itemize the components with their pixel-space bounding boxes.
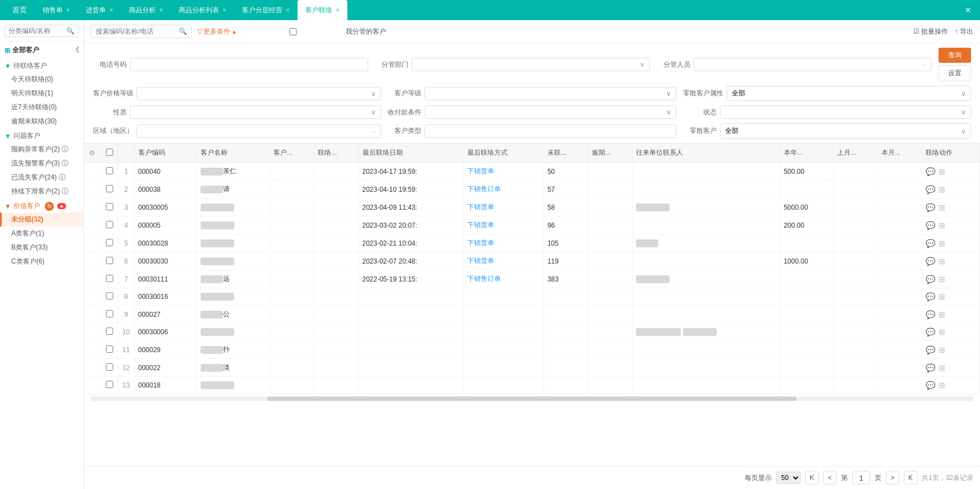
grid-action-icon[interactable]: ⊞ — [939, 363, 945, 372]
sidebar-item-lost[interactable]: 已流失客户(24) ⓘ — [0, 170, 83, 184]
chat-action-icon[interactable]: 💬 — [926, 185, 935, 194]
nav-tab-salesorder[interactable]: 销售单 × — [35, 0, 78, 20]
grid-action-icon[interactable]: ⊞ — [939, 381, 945, 390]
sidebar-item-c-class[interactable]: C类客户(6) — [0, 255, 83, 269]
row-checkbox[interactable] — [106, 185, 113, 192]
sidebar-item-lostwarning[interactable]: 流失预警客户(3) ⓘ — [0, 156, 83, 170]
sidebar-group-value[interactable]: ▼ 价值客户 ↻ ● — [0, 199, 83, 213]
grid-action-icon[interactable]: ⊞ — [939, 275, 945, 284]
last-page-btn[interactable]: K — [904, 471, 917, 485]
row-checkbox[interactable] — [106, 363, 113, 371]
contact-way-link[interactable]: 下销货单 — [467, 221, 494, 229]
grid-action-icon[interactable]: ⊞ — [939, 310, 945, 319]
grid-action-icon[interactable]: ⊞ — [939, 239, 945, 248]
sidebar-item-a-class[interactable]: A类客户(1) — [0, 227, 83, 241]
chat-action-icon[interactable]: 💬 — [926, 363, 935, 372]
filter-customer-level-select[interactable]: ∨ — [425, 87, 676, 100]
row-checkbox[interactable] — [106, 292, 113, 299]
sidebar-group-problem[interactable]: ▼ 问题客户 — [0, 128, 83, 142]
export-btn[interactable]: ↑ 导出 — [955, 27, 973, 36]
chat-action-icon[interactable]: 💬 — [926, 167, 935, 176]
filter-ctype-input[interactable] — [425, 124, 676, 138]
first-page-btn[interactable]: K — [805, 471, 819, 485]
filter-region-input[interactable]: ··· — [137, 124, 381, 138]
sidebar-item-declining[interactable]: 持续下滑客户(2) ⓘ — [0, 184, 83, 199]
my-customers-checkbox[interactable]: 我分管的客户 — [243, 27, 386, 36]
grid-action-icon[interactable]: ⊞ — [939, 345, 945, 354]
row-checkbox[interactable] — [106, 327, 113, 335]
chat-action-icon[interactable]: 💬 — [926, 221, 935, 230]
chat-action-icon[interactable]: 💬 — [926, 345, 935, 354]
next-page-btn[interactable]: > — [886, 471, 899, 485]
contact-way-link[interactable]: 下销货单 — [467, 203, 494, 211]
batch-ops-btn[interactable]: ☑ 批量操作 — [913, 27, 948, 36]
more-conditions-btn[interactable]: ▽ 更多条件 ▲ — [197, 27, 237, 36]
contact-way-link[interactable]: 下销货单 — [467, 239, 494, 247]
select-all-checkbox[interactable] — [106, 149, 113, 156]
chat-action-icon[interactable]: 💬 — [926, 310, 935, 319]
filter-dept-select[interactable]: ∨ — [412, 58, 650, 71]
reset-button[interactable]: 设置 — [939, 65, 971, 81]
nav-tab-analysis-list[interactable]: 商品分析列表 × — [171, 0, 234, 20]
settings-icon[interactable]: ⚙ — [89, 149, 95, 157]
sidebar-item-b-class[interactable]: B类客户(33) — [0, 241, 83, 255]
chat-action-icon[interactable]: 💬 — [926, 275, 935, 284]
query-button[interactable]: 查询 — [939, 48, 971, 63]
close-icon[interactable]: × — [159, 6, 163, 14]
row-checkbox[interactable] — [106, 239, 113, 246]
filter-scatter-attr-select[interactable]: 全部 ∨ — [727, 86, 971, 101]
close-icon[interactable]: × — [109, 6, 113, 14]
row-checkbox[interactable] — [106, 257, 113, 264]
sidebar-item-overdue[interactable]: 逾期未联络(30) — [0, 114, 83, 128]
sidebar-item-7days[interactable]: 近7天待联络(0) — [0, 100, 83, 114]
grid-action-icon[interactable]: ⊞ — [939, 257, 945, 266]
chat-action-icon[interactable]: 💬 — [926, 292, 935, 301]
grid-action-icon[interactable]: ⊞ — [939, 221, 945, 230]
grid-action-icon[interactable]: ⊞ — [939, 203, 945, 212]
grid-action-icon[interactable]: ⊞ — [939, 292, 945, 301]
filter-nature-select[interactable]: ∨ — [130, 105, 381, 119]
filter-manager-input[interactable]: ··· — [694, 58, 932, 71]
sidebar-item-tomorrow[interactable]: 明天待联络(1) — [0, 86, 83, 100]
prev-page-btn[interactable]: < — [823, 471, 837, 485]
chat-action-icon[interactable]: 💬 — [926, 203, 935, 212]
contact-way-link[interactable]: 下销售订单 — [467, 185, 501, 193]
row-checkbox[interactable] — [106, 221, 113, 228]
row-checkbox[interactable] — [106, 345, 113, 353]
contact-way-link[interactable]: 下销售订单 — [467, 275, 501, 283]
sidebar-item-today[interactable]: 今天待联络(0) — [0, 72, 83, 86]
filter-status-select[interactable]: ∨ — [720, 105, 971, 119]
chat-action-icon[interactable]: 💬 — [926, 381, 935, 390]
row-checkbox[interactable] — [106, 167, 113, 174]
horizontal-scrollbar[interactable] — [91, 396, 973, 401]
contact-way-link[interactable]: 下销货单 — [467, 167, 494, 175]
close-icon[interactable]: × — [66, 6, 70, 14]
grid-action-icon[interactable]: ⊞ — [939, 185, 945, 194]
close-icon[interactable]: × — [222, 6, 226, 14]
filter-scatter-select[interactable]: 全部 ∨ — [720, 123, 971, 139]
per-page-select[interactable]: 50 — [776, 472, 801, 484]
row-checkbox[interactable] — [106, 381, 113, 388]
nav-tab-purchase[interactable]: 进货单 × — [78, 0, 121, 20]
chat-action-icon[interactable]: 💬 — [926, 257, 935, 266]
nav-home[interactable]: 首页 — [4, 0, 35, 20]
filter-price-level-select[interactable]: ∨ — [137, 87, 381, 100]
filter-phone-input[interactable] — [130, 58, 368, 71]
row-checkbox[interactable] — [106, 310, 113, 317]
sidebar-item-hoard[interactable]: 囤购异常客户(2) ⓘ — [0, 142, 83, 156]
window-close-button[interactable]: × — [960, 4, 976, 16]
row-checkbox[interactable] — [106, 275, 113, 282]
chat-action-icon[interactable]: 💬 — [926, 327, 935, 336]
sidebar-group-pending[interactable]: ▼ 待联络客户 — [0, 58, 83, 72]
th-settings[interactable]: ⚙ — [84, 144, 101, 163]
contact-way-link[interactable]: 下销货单 — [467, 257, 494, 265]
nav-tab-analysis[interactable]: 商品分析 × — [121, 0, 171, 20]
nav-tab-customer-contact[interactable]: 客户联络 × — [298, 0, 347, 20]
close-icon[interactable]: × — [286, 6, 290, 14]
sidebar-all-customers[interactable]: ⊞ 全部客户 《 — [0, 42, 83, 58]
sidebar-item-ungroup[interactable]: 未分组(32) — [0, 213, 83, 227]
my-customers-check[interactable] — [243, 28, 343, 35]
grid-action-icon[interactable]: ⊞ — [939, 167, 945, 176]
filter-payment-select[interactable]: ∨ — [425, 105, 676, 119]
nav-tab-customer-segment[interactable]: 客户分层经营 × — [234, 0, 298, 20]
